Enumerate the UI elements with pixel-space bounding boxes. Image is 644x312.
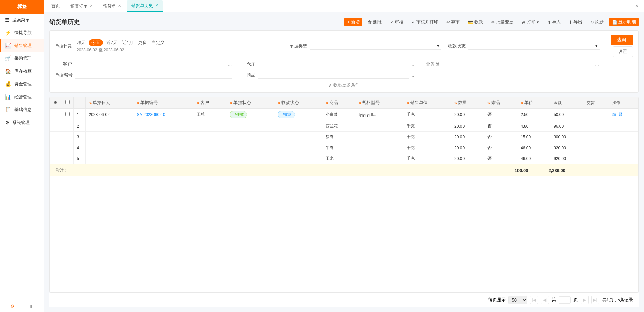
page-label: 第: [552, 297, 556, 303]
query-button[interactable]: 查询: [611, 35, 633, 45]
sidebar-item-quick-nav[interactable]: ⚡ 快捷导航: [0, 26, 44, 39]
table-row: 2 西兰花 千克 20.00 否 4.80 96.00: [50, 121, 638, 132]
th-customer[interactable]: ⇅客户: [193, 97, 226, 109]
import-button[interactable]: ⬆ 导入: [544, 18, 563, 26]
doc-number-input[interactable]: [75, 71, 232, 79]
abandon-button[interactable]: ↩ 弃审: [444, 18, 463, 26]
warehouse-input[interactable]: [258, 60, 409, 68]
warehouse-dots-icon[interactable]: ...: [412, 61, 416, 67]
sidebar-item-finance[interactable]: 💰 资金管理: [0, 78, 44, 90]
next-page-button[interactable]: ▶: [581, 296, 589, 304]
tab-sales-goods-close[interactable]: ✕: [118, 4, 121, 8]
td-doc-status: [226, 142, 274, 153]
shortcut-more[interactable]: 更多: [137, 39, 148, 46]
row-checkbox[interactable]: [65, 112, 70, 116]
th-date[interactable]: ⇅单据日期: [85, 97, 133, 109]
last-page-button[interactable]: ▶|: [591, 296, 599, 304]
print-button[interactable]: 🖨 打印 ▾: [519, 18, 542, 26]
sidebar-item-system-mgmt[interactable]: ⚙ 系统管理: [0, 116, 44, 129]
shortcut-custom[interactable]: 自定义: [150, 39, 166, 46]
filter-row-1: 单据日期 昨天 今天 近7天 近1月 更多 自定义 2023-06-02 至 2…: [55, 35, 633, 57]
goods-label: 商品: [239, 72, 255, 78]
footer-total-qty: 100.00: [515, 168, 528, 173]
sidebar-item-purchase-mgmt[interactable]: 🛒 采购管理: [0, 52, 44, 65]
th-gift[interactable]: ⇅赠品: [484, 97, 517, 109]
sidebar-item-search-menu[interactable]: ☰ 搜索菜单: [0, 14, 44, 26]
doc-status-badge: 已生效: [230, 111, 247, 118]
sidebar-item-label: 系统管理: [12, 120, 30, 126]
customer-dots-icon[interactable]: ...: [228, 61, 232, 67]
td-spec: [355, 121, 403, 132]
tab-sales-history-close[interactable]: ✕: [155, 3, 158, 8]
doc-number-link[interactable]: SA-20230602-0: [137, 112, 165, 117]
collect-button[interactable]: 💳 收款: [465, 18, 486, 26]
first-page-button[interactable]: |◀: [530, 296, 538, 304]
sidebar-item-sales-mgmt[interactable]: 📈 销售管理: [0, 39, 44, 52]
shortcut-7days[interactable]: 近7天: [105, 39, 119, 46]
per-page-select[interactable]: 50 100 200: [508, 296, 527, 304]
shortcut-today[interactable]: 今天: [89, 39, 103, 46]
goods-input[interactable]: [258, 71, 409, 79]
pagination: 每页显示 50 100 200 |◀ ◀ 第 1 页 ▶ ▶| 共1页，5条记录: [49, 293, 639, 307]
salesman-label: 业务员: [422, 61, 439, 67]
purchase-mgmt-icon: 🛒: [5, 55, 11, 61]
operations-icon: 📊: [5, 94, 11, 100]
shortcut-yesterday[interactable]: 昨天: [75, 39, 87, 46]
th-spec[interactable]: ⇅规格型号: [355, 97, 403, 109]
tab-home[interactable]: 首页: [47, 0, 65, 12]
th-goods[interactable]: ⇅商品: [322, 97, 355, 109]
show-details-button[interactable]: 📄 显示明细: [609, 18, 639, 26]
audit-button[interactable]: ✓ 审核: [387, 18, 406, 26]
more-action[interactable]: 叕: [619, 112, 623, 117]
delete-button[interactable]: 🗑 删除: [365, 18, 385, 26]
batch-change-button[interactable]: ✏ 批量变更: [488, 18, 516, 26]
salesman-dots-icon[interactable]: ...: [595, 61, 599, 67]
export-button[interactable]: ⬇ 导出: [566, 18, 585, 26]
th-qty[interactable]: ⇅数量: [451, 97, 484, 109]
customer-input[interactable]: [75, 60, 225, 68]
setting-button[interactable]: 设置: [613, 46, 633, 57]
page-title: 销货单历史: [49, 18, 80, 26]
sidebar-item-basic-info[interactable]: 📋 基础信息: [0, 103, 44, 116]
prev-page-button[interactable]: ◀: [541, 296, 549, 304]
close-all-tabs[interactable]: ✕: [632, 3, 641, 8]
th-unit[interactable]: ⇅销售单位: [403, 97, 451, 109]
page-unit: 页: [573, 297, 578, 303]
refresh-button[interactable]: ↻ 刷新: [588, 18, 607, 26]
salesman-input[interactable]: [442, 60, 593, 68]
tab-sales-order-label: 销售订单: [70, 3, 88, 9]
td-spec: tyjyjtyjdf...: [355, 109, 403, 121]
sidebar-pause-icon[interactable]: ⏸: [29, 304, 33, 309]
th-pay-status[interactable]: ⇅收款状态: [274, 97, 322, 109]
th-price[interactable]: ⇅单价: [517, 97, 550, 109]
td-doc-status: [226, 153, 274, 164]
td-gift: 否: [484, 109, 517, 121]
th-settings[interactable]: ⚙: [50, 97, 62, 109]
table-row: 5 玉米 千克 20.00 否 46.00 920.00: [50, 153, 638, 164]
sidebar-item-inventory[interactable]: 🏠 库存核算: [0, 65, 44, 78]
edit-action[interactable]: 编: [612, 112, 616, 117]
select-all-checkbox[interactable]: [65, 100, 70, 104]
th-number[interactable]: ⇅单据编号: [133, 97, 193, 109]
new-button[interactable]: + 新增: [344, 18, 362, 26]
tab-sales-history[interactable]: 销货单历史 ✕: [127, 0, 163, 12]
td-date: [85, 121, 133, 132]
tab-sales-order[interactable]: 销售订单 ✕: [65, 0, 97, 12]
th-doc-status[interactable]: ⇅单据状态: [226, 97, 274, 109]
sidebar-settings-icon[interactable]: ⚙: [10, 304, 15, 309]
doc-type-select[interactable]: ▾: [310, 42, 441, 50]
td-spec: [355, 132, 403, 142]
shortcut-1month[interactable]: 近1月: [121, 39, 135, 46]
page-input[interactable]: 1: [559, 296, 571, 304]
search-menu-icon: ☰: [5, 17, 9, 23]
sidebar-item-operations[interactable]: 📊 经营管理: [0, 90, 44, 103]
td-gift: 否: [484, 153, 517, 164]
goods-dots-icon[interactable]: ...: [412, 72, 416, 78]
td-amount: 920.00: [550, 142, 583, 153]
audit-print-button[interactable]: ✓ 审核并打印: [409, 18, 441, 26]
payment-status-select[interactable]: ▾: [468, 42, 600, 50]
tab-sales-goods[interactable]: 销货单 ✕: [98, 0, 126, 12]
tab-sales-order-close[interactable]: ✕: [90, 4, 93, 8]
collapse-button[interactable]: ∧ 收起更多条件: [329, 82, 360, 88]
td-date: [85, 142, 133, 153]
